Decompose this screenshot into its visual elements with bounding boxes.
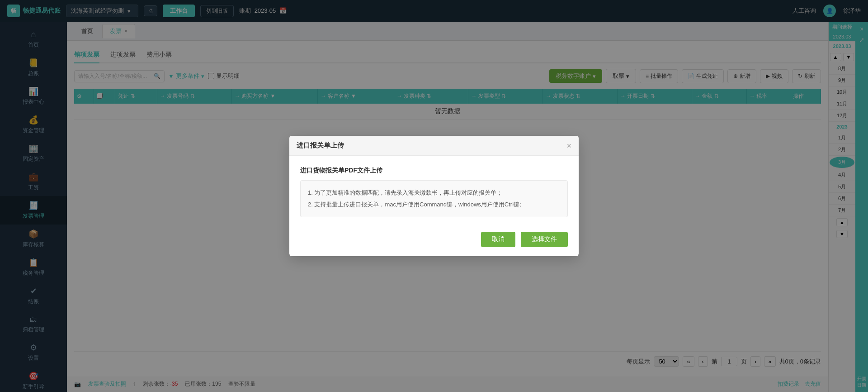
modal-footer: 取消 选择文件 [289, 225, 579, 256]
modal-close-button[interactable]: × [566, 142, 571, 150]
modal-info-line-1: 1. 为了更加精准的数据匹配，请先录入海关缴款书，再上传对应的报关单； [308, 187, 560, 199]
modal: 进口报关单上传 × 进口货物报关单PDF文件上传 1. 为了更加精准的数据匹配，… [289, 136, 579, 256]
modal-info-box: 1. 为了更加精准的数据匹配，请先录入海关缴款书，再上传对应的报关单； 2. 支… [300, 180, 568, 217]
modal-select-file-button[interactable]: 选择文件 [521, 232, 568, 247]
modal-title: 进口报关单上传 [297, 141, 344, 150]
modal-section-title: 进口货物报关单PDF文件上传 [300, 167, 568, 175]
modal-header: 进口报关单上传 × [289, 136, 579, 156]
modal-body: 进口货物报关单PDF文件上传 1. 为了更加精准的数据匹配，请先录入海关缴款书，… [289, 156, 579, 225]
modal-overlay[interactable]: 进口报关单上传 × 进口货物报关单PDF文件上传 1. 为了更加精准的数据匹配，… [0, 0, 868, 392]
modal-info-line-2: 2. 支持批量上传进口报关单，mac用户使用Command键，windows用户… [308, 199, 560, 210]
modal-cancel-button[interactable]: 取消 [481, 232, 515, 247]
